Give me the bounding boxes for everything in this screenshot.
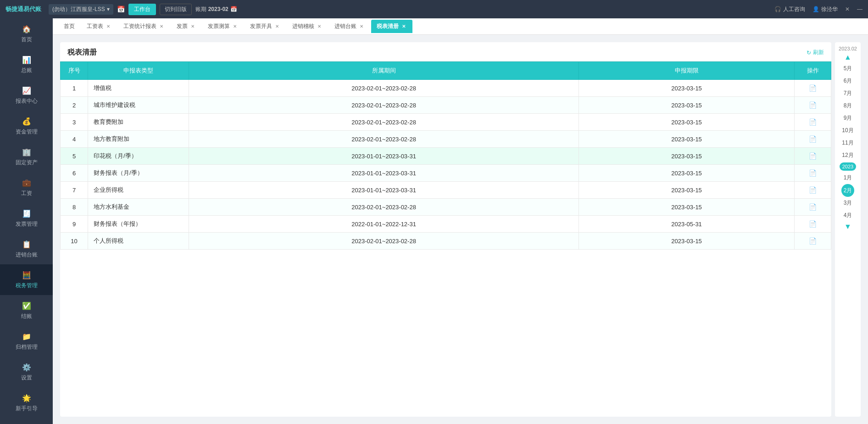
sidebar-label-assets: 固定资产 xyxy=(16,159,38,167)
action-view-icon[interactable]: 📄 xyxy=(809,186,817,194)
tab-purchase-audit-close[interactable]: ✕ xyxy=(316,23,323,30)
cell-type: 增值税 xyxy=(88,80,189,97)
assets-icon: 🏢 xyxy=(22,147,32,157)
cell-deadline: 2023-05-31 xyxy=(579,216,795,233)
action-view-icon[interactable]: 📄 xyxy=(809,237,817,245)
tab-tax-register-label: 税表清册 xyxy=(377,22,399,30)
tab-salary-stat-close[interactable]: ✕ xyxy=(158,23,165,30)
sidebar-item-tax[interactable]: 🧮 税务管理 xyxy=(0,264,53,295)
table-row: 7企业所得税2023-01-01~2023-03-312023-03-15📄 xyxy=(61,182,831,199)
tax-icon: 🧮 xyxy=(22,270,32,280)
cell-no: 3 xyxy=(61,114,88,131)
calendar-header: 2023.02 xyxy=(839,44,857,52)
cell-action: 📄 xyxy=(795,148,831,165)
tab-invoice-calc-close[interactable]: ✕ xyxy=(232,23,238,30)
sidebar-item-home[interactable]: 🏠 首页 xyxy=(0,18,53,49)
tab-invoice-close[interactable]: ✕ xyxy=(189,23,196,30)
sidebar-item-salary[interactable]: 💼 工资 xyxy=(0,172,53,203)
workspace-button[interactable]: 工作台 xyxy=(128,4,156,15)
tab-invoice[interactable]: 发票 ✕ xyxy=(171,20,201,33)
sidebar-item-settings[interactable]: ⚙️ 设置 xyxy=(0,357,53,387)
tab-bar: 首页 工资表 ✕ 工资统计报表 ✕ 发票 ✕ 发票测算 ✕ 发票开具 ✕ xyxy=(53,18,868,35)
cal-month-2-2023-active[interactable]: 2月 xyxy=(841,184,854,197)
cell-period: 2023-02-01~2023-02-28 xyxy=(189,97,579,114)
page-content: 税表清册 ↻ 刷新 序号 申报表类型 所属期间 申报期限 xyxy=(53,35,868,424)
cell-period: 2023-01-01~2023-03-31 xyxy=(189,165,579,182)
sidebar: 🏠 首页 📊 总账 📈 报表中心 💰 资金管理 🏢 固定资产 💼 工资 🧾 发票… xyxy=(0,18,53,424)
sidebar-item-report-center[interactable]: 📈 报表中心 xyxy=(0,80,53,111)
calendar-up-nav[interactable]: ▲ xyxy=(844,52,851,62)
sidebar-item-purchase-sales[interactable]: 📋 进销台账 xyxy=(0,234,53,264)
tab-purchase-audit[interactable]: 进销稽核 ✕ xyxy=(287,20,328,33)
cell-period: 2023-02-01~2023-02-28 xyxy=(189,114,579,131)
sidebar-label-closing: 结账 xyxy=(21,312,32,320)
sidebar-item-member[interactable]: 👑 畅会员 xyxy=(0,418,53,424)
sidebar-item-closing[interactable]: ✅ 结账 xyxy=(0,295,53,326)
action-view-icon[interactable]: 📄 xyxy=(809,101,817,109)
refresh-button[interactable]: ↻ 刷新 xyxy=(807,49,824,56)
cell-period: 2022-01-01~2022-12-31 xyxy=(189,216,579,233)
cal-month-11-2022[interactable]: 11月 xyxy=(835,137,861,149)
company-selector[interactable]: (勿动）江西服皇-LSS ▾ xyxy=(49,4,113,15)
cell-deadline: 2023-03-15 xyxy=(579,114,795,131)
sidebar-label-home: 首页 xyxy=(21,36,32,44)
sidebar-label-settings: 设置 xyxy=(21,374,32,382)
cal-month-6-2022[interactable]: 6月 xyxy=(835,75,861,87)
cell-no: 8 xyxy=(61,199,88,216)
tab-invoice-issue-close[interactable]: ✕ xyxy=(274,23,280,30)
tab-home[interactable]: 首页 xyxy=(58,20,80,33)
cal-month-9-2022[interactable]: 9月 xyxy=(835,112,861,124)
sidebar-item-fixed-assets[interactable]: 🏢 固定资产 xyxy=(0,141,53,172)
sidebar-label-fund: 资金管理 xyxy=(16,128,38,136)
table-row: 4地方教育附加2023-02-01~2023-02-282023-03-15📄 xyxy=(61,131,831,148)
sidebar-label-archive: 归档管理 xyxy=(16,343,38,351)
tab-tax-register[interactable]: 税表清册 ✕ xyxy=(371,20,412,33)
action-view-icon[interactable]: 📄 xyxy=(809,84,817,92)
calendar-down-nav[interactable]: ▼ xyxy=(844,222,851,232)
action-view-icon[interactable]: 📄 xyxy=(809,135,817,143)
sidebar-item-fund[interactable]: 💰 资金管理 xyxy=(0,111,53,141)
salary-icon: 💼 xyxy=(22,178,32,188)
ai-consult-btn[interactable]: 🎧 人工咨询 xyxy=(774,6,805,13)
cal-month-12-2022[interactable]: 12月 xyxy=(835,149,861,162)
headset-icon: 🎧 xyxy=(774,6,781,12)
cal-month-5-2022[interactable]: 5月 xyxy=(835,62,861,75)
cal-month-8-2022[interactable]: 8月 xyxy=(835,100,861,112)
tab-salary[interactable]: 工资表 ✕ xyxy=(81,20,117,33)
cell-type: 个人所得税 xyxy=(88,233,189,250)
action-view-icon[interactable]: 📄 xyxy=(809,203,817,211)
action-view-icon[interactable]: 📄 xyxy=(809,169,817,177)
sidebar-label-invoice: 发票管理 xyxy=(16,220,38,228)
tab-invoice-issue[interactable]: 发票开具 ✕ xyxy=(245,20,286,33)
sidebar-item-ledger[interactable]: 📊 总账 xyxy=(0,49,53,80)
tab-purchase-ledger-close[interactable]: ✕ xyxy=(358,23,365,30)
page-title: 税表清册 xyxy=(67,48,97,57)
sidebar-label-report: 报表中心 xyxy=(16,97,38,105)
cal-month-3-2023[interactable]: 3月 xyxy=(835,197,861,209)
sidebar-item-invoice[interactable]: 🧾 发票管理 xyxy=(0,203,53,234)
minimize-icon[interactable]: — xyxy=(857,6,862,12)
tab-tax-register-close[interactable]: ✕ xyxy=(401,23,407,30)
year-badge-2023[interactable]: 2023 xyxy=(840,162,856,171)
tab-invoice-calc[interactable]: 发票测算 ✕ xyxy=(202,20,244,33)
sidebar-item-guide[interactable]: 🌟 新手引导 xyxy=(0,387,53,418)
home-icon: 🏠 xyxy=(22,24,32,34)
dropdown-icon: ▾ xyxy=(107,6,110,12)
cal-month-1-2023[interactable]: 1月 xyxy=(835,172,861,184)
action-view-icon[interactable]: 📄 xyxy=(809,152,817,160)
cal-month-10-2022[interactable]: 10月 xyxy=(835,124,861,137)
close-icon[interactable]: ✕ xyxy=(845,6,850,12)
action-view-icon[interactable]: 📄 xyxy=(809,118,817,126)
ledger-icon: 📊 xyxy=(22,55,32,65)
tab-purchase-ledger[interactable]: 进销台账 ✕ xyxy=(329,20,370,33)
action-view-icon[interactable]: 📄 xyxy=(809,220,817,228)
tab-salary-stat-label: 工资统计报表 xyxy=(123,22,156,30)
sidebar-item-archive[interactable]: 📁 归档管理 xyxy=(0,326,53,357)
guide-icon: 🌟 xyxy=(22,393,32,403)
cal-month-4-2023[interactable]: 4月 xyxy=(835,209,861,222)
user-menu[interactable]: 👤 徐泾华 xyxy=(812,6,838,13)
tab-salary-stat[interactable]: 工资统计报表 ✕ xyxy=(118,20,170,33)
cal-month-7-2022[interactable]: 7月 xyxy=(835,87,861,100)
switch-version-button[interactable]: 切到旧版 xyxy=(160,4,192,15)
tab-salary-close[interactable]: ✕ xyxy=(105,23,111,30)
